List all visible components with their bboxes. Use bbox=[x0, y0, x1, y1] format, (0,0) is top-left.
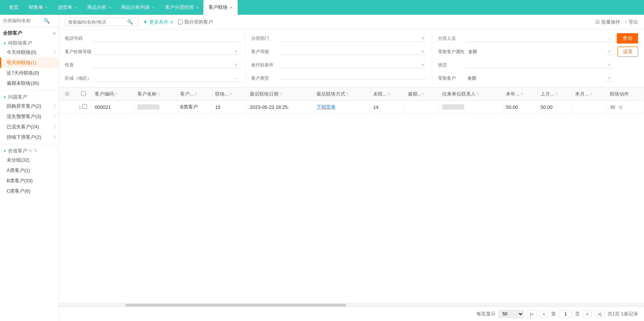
nav-purchase[interactable]: 进货单 × bbox=[53, 0, 82, 15]
my-customers-checkbox-label[interactable]: 我分管的客户 bbox=[178, 19, 213, 25]
person-select[interactable]: ··· bbox=[466, 35, 612, 42]
prev-page-btn[interactable]: < bbox=[540, 310, 549, 318]
nav-customer-layer[interactable]: 客户分层经营 × bbox=[160, 0, 203, 15]
top-nav: 首页 销售单 × 进货单 × 商品分析 × 商品分析列表 × 客户分层经营 × … bbox=[0, 0, 644, 15]
th-contact-person[interactable]: 往来单位联系人 ⇅ bbox=[439, 87, 503, 101]
nav-product-analysis-list[interactable]: 商品分析列表 × bbox=[116, 0, 160, 15]
nav-product-analysis[interactable]: 商品分析 × bbox=[82, 0, 116, 15]
scrollbar-thumb[interactable] bbox=[125, 304, 346, 307]
nav-home[interactable]: 首页 bbox=[4, 0, 24, 15]
query-button[interactable]: 查询 bbox=[617, 33, 638, 44]
close-product-list-icon[interactable]: × bbox=[152, 5, 154, 10]
next-page-btn[interactable]: > bbox=[583, 310, 592, 318]
th-last-way[interactable]: 最后联络方式 ⇅ bbox=[313, 87, 370, 101]
filter-retail-customer: 零散客户 全部 ∨ bbox=[438, 75, 612, 82]
close-customer-contact-icon[interactable]: × bbox=[230, 5, 232, 10]
filter-gender: 性质 ∨ bbox=[65, 62, 239, 68]
more-action-icon[interactable]: ⊞ bbox=[619, 104, 623, 110]
main-search-icon[interactable]: 🔍 bbox=[127, 19, 133, 25]
th-action: 联络动作 bbox=[606, 87, 644, 101]
th-settings[interactable]: ⚙ bbox=[59, 87, 76, 101]
th-this-month[interactable]: 本月... ⇅ bbox=[572, 87, 606, 101]
region-label: 区域（地区） bbox=[65, 75, 91, 82]
customer-level-select[interactable]: ∨ bbox=[279, 48, 426, 55]
retail-customer-select[interactable]: ∨ bbox=[606, 75, 612, 82]
sort-last-month-icon: ⇅ bbox=[555, 92, 558, 96]
payment-select[interactable]: ∨ bbox=[279, 62, 426, 68]
sidebar-item-ungroup[interactable]: 未分组(32) bbox=[0, 155, 59, 165]
horizontal-scrollbar[interactable] bbox=[59, 303, 644, 307]
contact-action-icon[interactable]: ☎ bbox=[610, 104, 616, 110]
sidebar-item-a-class[interactable]: A类客户(1) bbox=[0, 165, 59, 176]
phone-input[interactable] bbox=[93, 35, 239, 42]
content-area: 🔍 ▼ 更多条件 ∧ 我分管的客户 ☑ 批量操作 ↑ 导出 bbox=[59, 15, 644, 321]
nav-sales[interactable]: 销售单 × bbox=[24, 0, 53, 15]
first-page-btn[interactable]: |< bbox=[527, 310, 537, 318]
region-select[interactable]: ··· bbox=[94, 75, 239, 82]
select-all-checkbox[interactable] bbox=[81, 91, 86, 96]
value-edit-icon[interactable]: ✎ bbox=[34, 148, 38, 153]
nav-customer-contact[interactable]: 客户联络 × bbox=[203, 0, 237, 15]
customer-type-select[interactable] bbox=[279, 77, 426, 79]
sidebar-item-c-class[interactable]: C类客户(6) bbox=[0, 186, 59, 196]
person-label: 分管人员 bbox=[438, 35, 464, 42]
td-settings bbox=[59, 101, 76, 114]
th-checkbox bbox=[76, 87, 92, 101]
sidebar-search-icon[interactable]: 🔍 bbox=[43, 18, 50, 24]
my-customers-checkbox[interactable] bbox=[178, 20, 183, 24]
last-page-btn[interactable]: >| bbox=[595, 310, 605, 318]
gender-select[interactable]: ∨ bbox=[93, 62, 239, 68]
problem-triangle-icon: ▼ bbox=[3, 95, 7, 99]
sidebar-group-value[interactable]: ▼ 价值客户 ↻ ✎ bbox=[0, 146, 59, 155]
sidebar-item-today[interactable]: 今天待联络(0) ? bbox=[0, 47, 59, 58]
retail-attr-select[interactable]: ∨ bbox=[606, 48, 612, 55]
close-customer-layer-icon[interactable]: × bbox=[196, 5, 198, 10]
region-more-icon[interactable]: ··· bbox=[234, 76, 238, 81]
th-overdue[interactable]: 逾期... ⇅ bbox=[405, 87, 439, 101]
sidebar-collapse-icon[interactable]: « bbox=[53, 31, 56, 36]
sidebar-item-7days[interactable]: 近7天待联络(0) bbox=[0, 68, 59, 78]
sidebar-group-problem[interactable]: ▼ 问题客户 bbox=[0, 92, 59, 101]
th-name[interactable]: 客户名称 ⇅ bbox=[134, 87, 177, 101]
sort-type-icon: ⇅ bbox=[195, 92, 197, 96]
sidebar-item-tomorrow[interactable]: 明天待联络(1) bbox=[0, 58, 59, 68]
th-no-contact[interactable]: 未联... ⇅ bbox=[370, 87, 405, 101]
set-button[interactable]: 设置 bbox=[617, 46, 638, 57]
export-btn[interactable]: ↑ 导出 bbox=[625, 19, 638, 25]
close-sales-icon[interactable]: × bbox=[45, 5, 48, 10]
close-product-analysis-icon[interactable]: × bbox=[109, 5, 111, 10]
status-select[interactable]: ∨ bbox=[466, 62, 612, 68]
sidebar-item-b-class[interactable]: B类客户(33) bbox=[0, 176, 59, 186]
sort-last-way-icon: ⇅ bbox=[346, 92, 349, 96]
close-purchase-icon[interactable]: × bbox=[74, 5, 77, 10]
status-arrow-icon: ∨ bbox=[608, 62, 611, 67]
value-refresh-icon[interactable]: ↻ bbox=[29, 148, 32, 153]
page-number-input[interactable] bbox=[559, 310, 572, 318]
last-contact-way-link[interactable]: 下销货单 bbox=[316, 104, 336, 110]
main-search-input[interactable] bbox=[68, 20, 127, 25]
row-checkbox[interactable] bbox=[82, 104, 87, 109]
page-size-select[interactable]: 10 20 50 100 bbox=[498, 310, 524, 318]
th-last-month[interactable]: 上月... ⇅ bbox=[538, 87, 572, 101]
sidebar-item-overdue[interactable]: 逾期未联络(30) bbox=[0, 78, 59, 89]
price-level-select[interactable]: ∨ bbox=[94, 48, 239, 55]
sidebar-item-repurchase[interactable]: 回购异常客户(2) ? bbox=[0, 101, 59, 111]
batch-op-btn[interactable]: ☑ 批量操作 bbox=[595, 19, 620, 25]
person-more-icon[interactable]: ··· bbox=[607, 36, 611, 41]
filter-price-level: 客户价格等级 ∨ bbox=[65, 48, 239, 55]
sidebar-item-lost-warning[interactable]: 流失预警客户(3) ? bbox=[0, 111, 59, 122]
th-last-date[interactable]: 最后联络日期 ⇅ bbox=[246, 87, 313, 101]
sidebar-item-lost[interactable]: 已流失客户(24) ? bbox=[0, 122, 59, 132]
sidebar-group-pending[interactable]: ▼ 待联络客户 bbox=[0, 38, 59, 47]
sidebar-search-input[interactable] bbox=[3, 18, 43, 23]
more-conditions-btn[interactable]: ▼ 更多条件 ∧ bbox=[143, 19, 174, 25]
dept-select[interactable]: ∨ bbox=[279, 35, 426, 42]
sort-code-icon: ⇅ bbox=[115, 92, 118, 96]
th-type[interactable]: 客户... ⇅ bbox=[177, 87, 212, 101]
th-contact-count[interactable]: 联络... ⇅ bbox=[212, 87, 247, 101]
th-this-year[interactable]: 本年... ⇅ bbox=[503, 87, 538, 101]
td-this-year: 50.00 bbox=[503, 101, 538, 114]
sidebar-root[interactable]: 全部客户 « bbox=[0, 27, 59, 38]
sidebar-item-declining[interactable]: 持续下滑客户(2) ? bbox=[0, 132, 59, 142]
th-code[interactable]: 客户编码 ⇅ bbox=[92, 87, 134, 101]
